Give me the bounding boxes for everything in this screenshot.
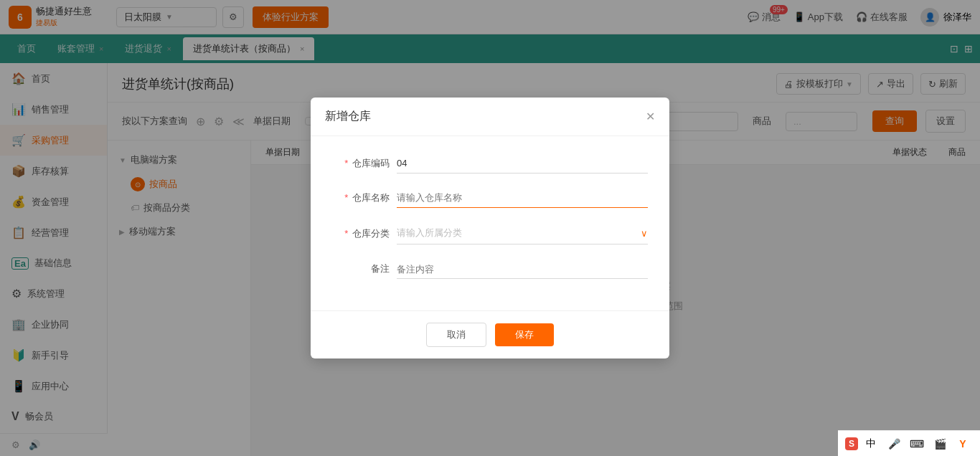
warehouse-code-input[interactable] [397,153,648,174]
form-row-code: * 仓库编码 [332,153,648,174]
name-label-text: 仓库名称 [352,192,390,203]
warehouse-name-input[interactable] [397,188,648,208]
chinese-input-icon[interactable]: 中 [861,434,881,454]
cancel-button[interactable]: 取消 [426,323,486,347]
note-label: 备注 [332,262,390,275]
dialog-footer: 取消 保存 [311,310,669,358]
form-row-name: * 仓库名称 [332,188,648,208]
s-logo: S [845,437,858,450]
microphone-icon[interactable]: 🎤 [884,434,904,454]
category-select-arrow: ∨ [641,228,648,239]
camera-icon[interactable]: 🎬 [930,434,950,454]
category-placeholder: 请输入所属分类 [397,227,462,239]
dialog-title: 新增仓库 [325,109,371,124]
form-row-note: 备注 [332,259,648,279]
bottom-bar: S 中 🎤 ⌨ 🎬 Y [838,430,980,456]
category-label-text: 仓库分类 [352,228,390,239]
name-label: * 仓库名称 [332,191,390,204]
form-row-category: * 仓库分类 请输入所属分类 ∨ [332,222,648,244]
note-label-text: 备注 [371,263,390,274]
category-required: * [344,228,348,239]
extra-icon[interactable]: Y [953,434,973,454]
new-warehouse-dialog: 新增仓库 ✕ * 仓库编码 * 仓库名称 [311,98,669,358]
name-required: * [344,192,348,203]
modal-overlay: 新增仓库 ✕ * 仓库编码 * 仓库名称 [0,0,980,456]
category-label: * 仓库分类 [332,227,390,240]
dialog-body: * 仓库编码 * 仓库名称 * 仓库分类 请输入 [311,136,669,310]
dialog-header: 新增仓库 ✕ [311,98,669,136]
dialog-close-button[interactable]: ✕ [646,110,655,123]
code-required: * [344,158,348,168]
save-button[interactable]: 保存 [495,323,554,346]
code-label: * 仓库编码 [332,157,390,170]
keyboard-icon[interactable]: ⌨ [907,434,927,454]
warehouse-category-select[interactable]: 请输入所属分类 ∨ [397,222,648,244]
code-label-text: 仓库编码 [352,158,390,168]
note-textarea[interactable] [397,259,648,279]
